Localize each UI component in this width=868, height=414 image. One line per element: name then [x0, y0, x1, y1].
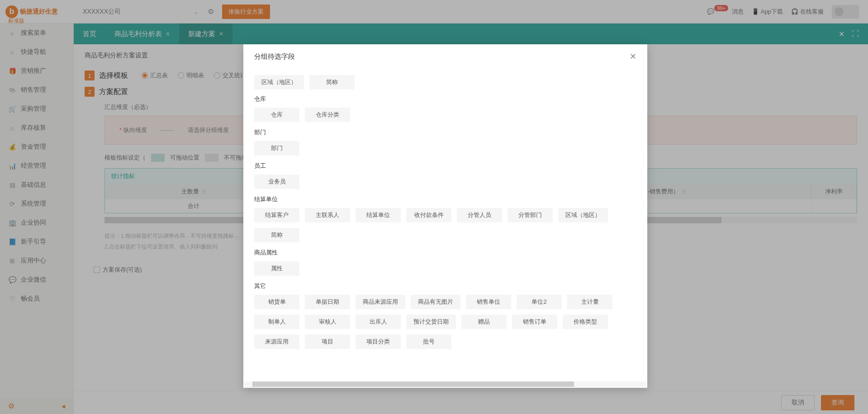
modal-h-scrollbar[interactable]: [244, 381, 646, 387]
field-chip[interactable]: 商品有无图片: [411, 295, 460, 309]
field-chip[interactable]: 销售订单: [512, 315, 557, 329]
field-chip[interactable]: 价格类型: [563, 315, 608, 329]
field-group: 部门部门: [254, 128, 636, 155]
group-title: 仓库: [254, 95, 636, 103]
group-title: 部门: [254, 128, 636, 136]
modal-head: 分组待选字段 ✕: [243, 44, 647, 69]
modal-group-fields: 分组待选字段 ✕ 客户客户分类分管部门分管人员主联系人主联系人销量单位 区域（地…: [243, 44, 647, 388]
field-chip[interactable]: 简称: [254, 228, 299, 242]
field-chip[interactable]: 预计交货日期: [406, 315, 456, 329]
group-title: 商品属性: [254, 249, 636, 257]
group-title: 其它: [254, 282, 636, 290]
field-chip[interactable]: 收付款条件: [406, 208, 451, 222]
field-chip[interactable]: 制单人: [254, 315, 299, 329]
field-chip[interactable]: 销售单位: [466, 295, 511, 309]
modal-body[interactable]: 客户客户分类分管部门分管人员主联系人主联系人销量单位 区域（地区）简称 仓库仓库…: [243, 69, 647, 381]
field-chip[interactable]: 属性: [254, 261, 299, 276]
field-chip[interactable]: 结算客户: [254, 208, 299, 222]
field-group: 其它销货单单据日期商品来源应用商品有无图片销售单位单位2主计量制单人审核人出库人…: [254, 282, 636, 349]
field-chip[interactable]: 出库人: [356, 315, 401, 329]
field-chip[interactable]: 单据日期: [305, 295, 350, 309]
field-chip[interactable]: 主联系人: [305, 208, 350, 222]
modal-title: 分组待选字段: [254, 52, 295, 61]
field-chip[interactable]: 区域（地区）: [558, 208, 608, 222]
field-chip[interactable]: 销货单: [254, 295, 299, 309]
field-chip[interactable]: 商品来源应用: [356, 295, 405, 309]
field-chip[interactable]: 仓库分类: [305, 108, 350, 122]
field-chip[interactable]: 分管部门: [508, 208, 553, 222]
field-group: 结算单位结算客户主联系人结算单位收付款条件分管人员分管部门区域（地区）简称: [254, 195, 636, 242]
field-group: 仓库仓库仓库分类: [254, 95, 636, 122]
group-title: 结算单位: [254, 195, 636, 203]
field-chip[interactable]: 单位2: [517, 295, 562, 309]
close-icon[interactable]: ✕: [630, 52, 636, 61]
field-chip[interactable]: 项目分类: [356, 334, 401, 349]
field-chip[interactable]: 结算单位: [356, 208, 401, 222]
field-group: 员工业务员: [254, 162, 636, 189]
field-chip[interactable]: 仓库: [254, 108, 299, 122]
field-chip[interactable]: 简称: [309, 75, 355, 89]
group-title: 员工: [254, 162, 636, 170]
field-chip[interactable]: 区域（地区）: [254, 75, 304, 89]
field-chip[interactable]: 赠品: [461, 315, 507, 329]
field-chip[interactable]: 分管人员: [457, 208, 502, 222]
field-chip[interactable]: 来源应用: [254, 334, 299, 349]
field-chip[interactable]: 部门: [254, 141, 299, 155]
field-chip[interactable]: 项目: [305, 334, 350, 349]
field-chip[interactable]: 主计量: [567, 295, 612, 309]
field-chip[interactable]: 业务员: [254, 174, 299, 189]
field-chip[interactable]: 审核人: [305, 315, 350, 329]
field-chip[interactable]: 批号: [406, 334, 451, 349]
field-group: 商品属性属性: [254, 249, 636, 276]
